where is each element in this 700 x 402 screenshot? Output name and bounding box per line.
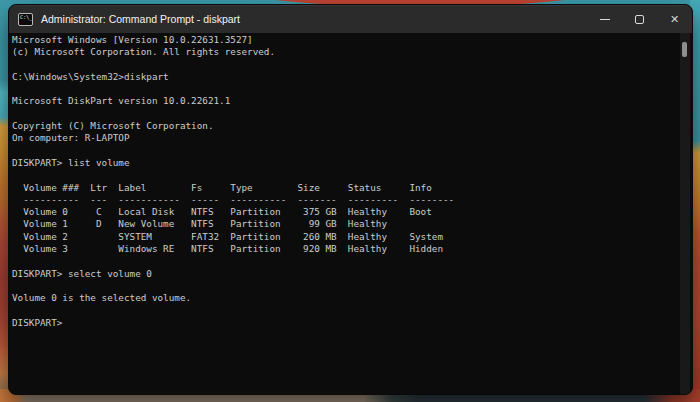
terminal-line: Volume ### Ltr Label Fs Type Size Status… <box>12 182 678 194</box>
terminal-line: Volume 2 SYSTEM FAT32 Partition 260 MB H… <box>12 231 678 243</box>
terminal-line: Volume 3 Windows RE NTFS Partition 920 M… <box>12 243 678 255</box>
titlebar[interactable]: C:\_ Administrator: Command Prompt - dis… <box>9 5 692 33</box>
window-title: Administrator: Command Prompt - diskpart <box>41 13 240 25</box>
window-controls: ✕ <box>587 5 692 33</box>
terminal-line <box>12 83 678 95</box>
terminal-output: Microsoft Windows [Version 10.0.22631.35… <box>12 34 678 329</box>
close-button[interactable]: ✕ <box>657 5 692 33</box>
terminal-line <box>12 305 678 317</box>
terminal-line <box>12 280 678 292</box>
minimize-button[interactable] <box>587 5 622 33</box>
terminal-line: DISKPART> list volume <box>12 157 678 169</box>
terminal-line: Volume 0 C Local Disk NTFS Partition 375… <box>12 206 678 218</box>
terminal-line: DISKPART> <box>12 317 678 329</box>
terminal-line <box>12 108 678 120</box>
scrollbar-thumb[interactable] <box>682 42 687 57</box>
terminal-line: Copyright (C) Microsoft Corporation. <box>12 120 678 132</box>
console-area[interactable]: Microsoft Windows [Version 10.0.22631.35… <box>9 33 692 394</box>
terminal-line: Volume 1 D New Volume NTFS Partition 99 … <box>12 218 678 230</box>
cmd-icon[interactable]: C:\_ <box>18 13 33 26</box>
maximize-icon <box>635 15 644 24</box>
minimize-icon <box>600 19 610 20</box>
maximize-button[interactable] <box>622 5 657 33</box>
terminal-line <box>12 59 678 71</box>
terminal-line: C:\Windows\System32>diskpart <box>12 71 678 83</box>
terminal-line: Microsoft DiskPart version 10.0.22621.1 <box>12 95 678 107</box>
terminal-line: Microsoft Windows [Version 10.0.22631.35… <box>12 34 678 46</box>
terminal-window: C:\_ Administrator: Command Prompt - dis… <box>8 4 693 395</box>
scrollbar-track[interactable] <box>680 33 690 394</box>
terminal-line <box>12 145 678 157</box>
terminal-line: ---------- --- ----------- ----- -------… <box>12 194 678 206</box>
terminal-line <box>12 255 678 267</box>
terminal-line: DISKPART> select volume 0 <box>12 268 678 280</box>
close-icon: ✕ <box>670 14 679 25</box>
terminal-line <box>12 169 678 181</box>
terminal-line: On computer: R-LAPTOP <box>12 132 678 144</box>
terminal-line: (c) Microsoft Corporation. All rights re… <box>12 46 678 58</box>
terminal-line: Volume 0 is the selected volume. <box>12 292 678 304</box>
